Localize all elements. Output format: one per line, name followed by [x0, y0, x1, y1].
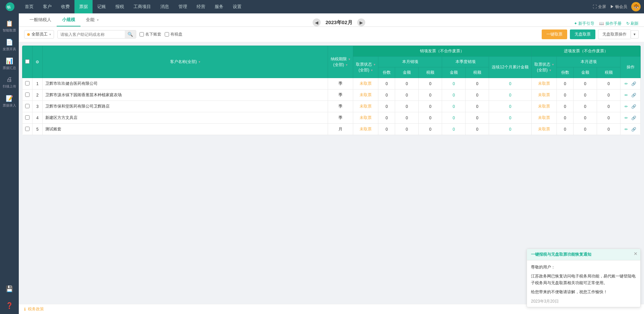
nav-bookkeeping[interactable]: 记账: [93, 0, 111, 13]
th-purchase-status: 取票状态 ▾(全部) ▾: [531, 57, 556, 78]
row-checkbox[interactable]: [25, 127, 30, 131]
nav-client[interactable]: 客户: [38, 0, 56, 13]
tab-general-taxpayer[interactable]: 一般纳税人: [24, 14, 57, 26]
sales-12m-link[interactable]: 0: [509, 81, 512, 86]
detail-icon[interactable]: 🔗: [631, 81, 636, 86]
nav-service[interactable]: 服务: [210, 0, 228, 13]
search-input[interactable]: [58, 31, 125, 38]
nav-manage[interactable]: 管理: [174, 0, 192, 13]
row-purchase-status-cell: 未取票: [531, 89, 556, 101]
sales-qtr-amount-link[interactable]: 0: [452, 81, 455, 86]
one-click-fetch-button[interactable]: 一键取票: [542, 29, 567, 39]
row-purchase-month-count-cell: 0: [557, 89, 574, 101]
my-accounts-filter[interactable]: 名下账套: [140, 32, 161, 37]
member-btn[interactable]: ▶ 畅会员: [610, 4, 627, 10]
nav-invoice[interactable]: 票据: [74, 0, 93, 13]
edit-icon[interactable]: ✏: [625, 81, 628, 86]
select-all-checkbox[interactable]: [25, 59, 30, 64]
row-12m-cell: 0: [489, 112, 531, 124]
detail-icon[interactable]: 🔗: [631, 104, 636, 109]
edit-icon[interactable]: ✏: [625, 104, 628, 109]
row-sales-status-cell: 未取票: [353, 101, 378, 112]
has-taxdisk-checkbox[interactable]: [165, 32, 169, 37]
detail-icon[interactable]: 🔗: [631, 93, 636, 98]
period-prev-btn[interactable]: ◀: [313, 18, 321, 26]
row-checkbox-cell: [22, 101, 33, 112]
edit-icon[interactable]: ✏: [625, 127, 628, 132]
sales-12m-link[interactable]: 0: [509, 93, 512, 98]
sidebar-item-issue-invoice[interactable]: 📄 发票开具: [0, 36, 19, 54]
row-sales-month-amount-cell: 0: [395, 124, 419, 135]
sales-qtr-amount-link[interactable]: 0: [452, 127, 455, 132]
sidebar-item-invoice-entry[interactable]: 📝 票据录入: [0, 92, 19, 111]
sidebar-item-smart-fetch[interactable]: 📋 智能取票: [0, 17, 19, 36]
refresh-link[interactable]: ↻ 刷新: [626, 21, 639, 26]
diskless-ops-arrow-btn[interactable]: ▾: [631, 30, 639, 39]
sales-qtr-amount-link[interactable]: 0: [452, 104, 455, 109]
svg-text:畅: 畅: [7, 5, 11, 9]
row-index-cell: 1: [33, 78, 43, 89]
nav-billing[interactable]: 收费: [56, 0, 74, 13]
row-sales-qtr-amount-cell: 0: [442, 89, 466, 101]
row-purchase-month-count-cell: 0: [557, 112, 574, 124]
row-client-cell: 测试账套: [43, 124, 328, 135]
row-checkbox[interactable]: [25, 81, 30, 85]
sales-qtr-amount-link[interactable]: 0: [452, 93, 455, 98]
diskless-ops-main-btn[interactable]: 无盘取票操作: [598, 29, 631, 39]
tab-small-scale[interactable]: 小规模: [57, 14, 80, 26]
edit-icon[interactable]: ✏: [625, 93, 628, 98]
row-12m-cell: 0: [489, 124, 531, 135]
sidebar-help-btn[interactable]: ❓: [0, 297, 19, 314]
detail-icon[interactable]: 🔗: [631, 116, 636, 120]
tab-all[interactable]: 全能 ▾: [80, 14, 104, 26]
gear-icon[interactable]: ⚙: [36, 60, 39, 64]
sales-qtr-amount-link[interactable]: 0: [452, 116, 455, 120]
top-nav: 畅 首页 客户 收费 票据 记账 报税 工商项目 消息 管理 经营 服务 设置 …: [0, 0, 644, 13]
row-purchase-month-tax-cell: 0: [597, 101, 621, 112]
th-12m: 连续12个月累计金额: [489, 57, 531, 78]
row-purchase-status-cell: 未取票: [531, 78, 556, 89]
row-checkbox[interactable]: [25, 92, 30, 97]
row-purchase-status-cell: 未取票: [531, 124, 556, 135]
sales-12m-link[interactable]: 0: [509, 127, 512, 132]
row-sales-status-cell: 未取票: [353, 78, 378, 89]
row-12m-cell: 0: [489, 89, 531, 101]
notification-close-btn[interactable]: ✕: [634, 251, 638, 256]
search-button[interactable]: 🔍: [125, 30, 136, 38]
sidebar-item-scan-upload[interactable]: 🖨 扫描上传: [0, 73, 19, 92]
nav-message[interactable]: 消息: [156, 0, 174, 13]
th-period: 纳税期限 ▾(全部) ▾: [328, 46, 353, 78]
nav-business[interactable]: 经营: [192, 0, 210, 13]
nav-settings[interactable]: 设置: [228, 0, 246, 13]
newbie-guide-link[interactable]: ✦ 新手引导: [574, 21, 594, 26]
nav-tax[interactable]: 报税: [111, 0, 129, 13]
row-index-cell: 2: [33, 89, 43, 101]
row-sales-month-tax-cell: 0: [419, 124, 442, 135]
sidebar-item-invoice-summary[interactable]: 📊 票据汇总: [0, 54, 19, 73]
sidebar-download-btn[interactable]: 💾: [0, 280, 19, 297]
sidebar-label-issue-invoice: 发票开具: [3, 47, 16, 52]
has-taxdisk-label: 有税盘: [170, 32, 182, 37]
edit-icon[interactable]: ✏: [625, 116, 628, 120]
row-checkbox[interactable]: [25, 115, 30, 120]
nav-home[interactable]: 首页: [20, 0, 38, 13]
has-taxdisk-filter[interactable]: 有税盘: [165, 32, 182, 37]
row-12m-cell: 0: [489, 101, 531, 112]
fullscreen-btn[interactable]: ⛶ 全屏: [593, 4, 606, 10]
sales-12m-link[interactable]: 0: [509, 116, 512, 120]
row-checkbox[interactable]: [25, 104, 30, 108]
staff-select[interactable]: 全部员工 ▾: [24, 30, 54, 39]
my-accounts-checkbox[interactable]: [140, 32, 144, 37]
tax-policy-link[interactable]: 税务政策: [28, 306, 44, 312]
period-next-btn[interactable]: ▶: [357, 18, 365, 26]
notification-content: 江苏政务网已恢复访问电子税务局功能，易代账一键登陆电子税务局与无盘取票相关功能可…: [531, 273, 636, 287]
row-sales-month-amount-cell: 0: [395, 89, 419, 101]
row-checkbox-cell: [22, 89, 33, 101]
diskless-fetch-button[interactable]: 无盘取票: [570, 29, 595, 39]
manual-link[interactable]: 📖 操作手册: [599, 21, 621, 26]
sales-12m-link[interactable]: 0: [509, 104, 512, 109]
th-purchase-month-count: 份数: [557, 67, 574, 78]
nav-bizproject[interactable]: 工商项目: [129, 0, 156, 13]
detail-icon[interactable]: 🔗: [631, 127, 636, 132]
avatar[interactable]: 🐯: [631, 2, 641, 11]
